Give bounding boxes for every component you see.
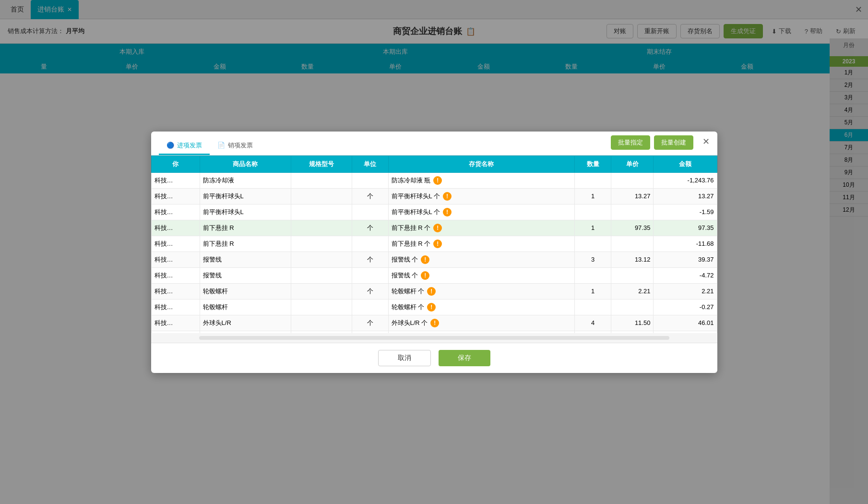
table-cell: 97.35 <box>611 220 654 236</box>
tab-outgoing-invoice[interactable]: 📄 销项发票 <box>210 137 261 155</box>
table-cell: 前平衡杆球头L <box>200 204 291 220</box>
warning-icon[interactable]: ! <box>427 287 436 296</box>
horizontal-scrollbar[interactable] <box>151 333 717 343</box>
table-cell: 前下悬挂 R <box>200 220 291 236</box>
table-cell: 科技… <box>151 220 200 236</box>
inventory-cell: 报警线 个! <box>388 252 575 267</box>
table-cell <box>352 267 388 283</box>
table-cell: 科技… <box>151 188 200 204</box>
table-cell: -1.59 <box>654 204 717 220</box>
inventory-cell: 轮毂螺杆 个! <box>388 283 575 299</box>
warning-icon[interactable]: ! <box>421 271 429 280</box>
col-inventory: 存货名称 <box>388 156 575 172</box>
inventory-cell: 前下悬挂 R 个! <box>388 220 575 236</box>
table-cell: 科技… <box>151 267 200 283</box>
inventory-cell: 轮毂螺杆 个! <box>388 299 575 315</box>
table-row: 科技…前下悬挂 R前下悬挂 R 个!-11.68 <box>151 236 717 252</box>
table-cell: 轮毂螺杆 <box>200 283 291 299</box>
incoming-label: 进项发票 <box>177 141 202 150</box>
table-cell: 科技… <box>151 315 200 331</box>
warning-icon[interactable]: ! <box>427 303 436 312</box>
table-cell: 97.35 <box>654 220 717 236</box>
table-cell: 科技… <box>151 236 200 252</box>
table-cell <box>291 252 352 267</box>
warning-icon[interactable]: ! <box>433 224 442 232</box>
warning-icon[interactable]: ! <box>443 192 452 201</box>
invoice-table-wrapper[interactable]: 你 商品名称 规格型号 单位 存货名称 数量 单价 金额 科技…防冻冷 <box>151 156 717 333</box>
table-cell: 科技… <box>151 252 200 267</box>
inventory-cell: 前平衡杆球头L 个! <box>388 188 575 204</box>
table-cell: 报警线 <box>200 267 291 283</box>
warning-icon[interactable]: ! <box>443 208 452 216</box>
table-row: 科技…前平衡杆球头L前平衡杆球头L 个!-1.59 <box>151 204 717 220</box>
save-button[interactable]: 保存 <box>439 350 490 366</box>
table-cell <box>575 299 611 315</box>
table-cell: 前平衡杆球头L <box>200 188 291 204</box>
table-cell <box>352 236 388 252</box>
incoming-icon: 🔵 <box>166 142 174 149</box>
table-cell: 1 <box>575 188 611 204</box>
table-cell <box>611 172 654 188</box>
table-cell: 3 <box>575 252 611 267</box>
table-cell: 个 <box>352 220 388 236</box>
table-row: 科技…报警线个报警线 个!313.1239.37 <box>151 252 717 267</box>
table-cell: 科技… <box>151 172 200 188</box>
col-price: 单价 <box>611 156 654 172</box>
col-qty: 数量 <box>575 156 611 172</box>
table-cell: -11.68 <box>654 236 717 252</box>
table-cell <box>611 236 654 252</box>
warning-icon[interactable]: ! <box>433 240 442 248</box>
table-cell: 2.21 <box>611 283 654 299</box>
table-cell <box>611 267 654 283</box>
table-cell <box>611 204 654 220</box>
table-cell <box>611 299 654 315</box>
table-cell <box>291 315 352 331</box>
table-cell: 个 <box>352 188 388 204</box>
modal-dialog: 🔵 进项发票 📄 销项发票 批量指定 批量创建 ✕ <box>151 132 717 373</box>
table-cell: 报警线 <box>200 252 291 267</box>
modal-action-buttons: 批量指定 批量创建 <box>611 135 693 150</box>
table-cell: 1 <box>575 220 611 236</box>
warning-icon[interactable]: ! <box>430 319 439 327</box>
table-row: 科技…外球头L/R个外球头L/R 个!411.5046.01 <box>151 315 717 331</box>
table-cell: -0.27 <box>654 299 717 315</box>
table-cell <box>291 236 352 252</box>
warning-icon[interactable]: ! <box>421 255 429 264</box>
table-row: 科技…前下悬挂 R个前下悬挂 R 个!197.3597.35 <box>151 220 717 236</box>
table-cell: -4.72 <box>654 267 717 283</box>
table-cell <box>291 299 352 315</box>
table-cell <box>575 267 611 283</box>
table-cell <box>291 220 352 236</box>
warning-icon[interactable]: ! <box>433 176 442 185</box>
inventory-cell: 前平衡杆球头L 个! <box>388 204 575 220</box>
table-row: 科技…前平衡杆球头L个前平衡杆球头L 个!113.2713.27 <box>151 188 717 204</box>
col-unit: 单位 <box>352 156 388 172</box>
table-cell <box>575 236 611 252</box>
table-header-row: 你 商品名称 规格型号 单位 存货名称 数量 单价 金额 <box>151 156 717 172</box>
tab-incoming-invoice[interactable]: 🔵 进项发票 <box>159 137 210 155</box>
inventory-cell: 外球头L/R 个! <box>388 315 575 331</box>
cancel-button[interactable]: 取消 <box>378 350 431 366</box>
batch-assign-button[interactable]: 批量指定 <box>611 135 650 150</box>
modal-close-button[interactable]: ✕ <box>702 136 710 147</box>
outgoing-icon: 📄 <box>217 142 225 149</box>
inventory-cell: 前下悬挂 R 个! <box>388 236 575 252</box>
table-cell: 46.01 <box>654 315 717 331</box>
table-row: 科技…防冻冷却液防冻冷却液 瓶!-1,243.76 <box>151 172 717 188</box>
outgoing-label: 销项发票 <box>228 141 253 150</box>
inventory-cell: 防冻冷却液 瓶! <box>388 172 575 188</box>
table-cell: 39.37 <box>654 252 717 267</box>
table-row: 科技…报警线报警线 个!-4.72 <box>151 267 717 283</box>
table-cell: -1,243.76 <box>654 172 717 188</box>
invoice-table: 你 商品名称 规格型号 单位 存货名称 数量 单价 金额 科技…防冻冷 <box>151 156 717 333</box>
table-cell: 13.27 <box>654 188 717 204</box>
scrollbar-thumb[interactable] <box>199 336 669 340</box>
table-cell: 个 <box>352 315 388 331</box>
batch-create-button[interactable]: 批量创建 <box>654 135 693 150</box>
table-cell: 科技… <box>151 204 200 220</box>
col-vendor: 你 <box>151 156 200 172</box>
table-cell: 科技… <box>151 299 200 315</box>
col-spec: 规格型号 <box>291 156 352 172</box>
table-cell: 2.21 <box>654 283 717 299</box>
table-cell <box>291 188 352 204</box>
